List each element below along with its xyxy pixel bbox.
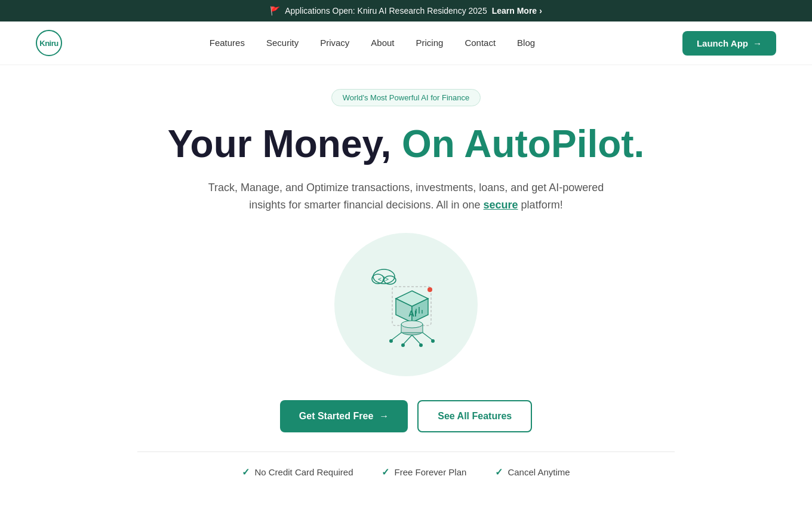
hero-title: Your Money, On AutoPilot. bbox=[168, 123, 645, 165]
logo[interactable]: Kniru bbox=[36, 30, 62, 56]
svg-text:AI: AI bbox=[408, 309, 417, 318]
get-started-label: Get Started Free bbox=[299, 411, 373, 422]
hero-title-part1: Your Money, bbox=[168, 122, 402, 165]
trust-label-cancel: Cancel Anytime bbox=[508, 467, 570, 477]
see-features-label: See All Features bbox=[438, 411, 512, 421]
nav-item-privacy[interactable]: Privacy bbox=[320, 38, 349, 48]
get-started-button[interactable]: Get Started Free → bbox=[280, 400, 408, 432]
check-icon-cancel: ✓ bbox=[495, 466, 503, 478]
svg-line-17 bbox=[403, 335, 412, 345]
trust-item-cancel: ✓ Cancel Anytime bbox=[495, 466, 570, 478]
nav-link-contact[interactable]: Contact bbox=[465, 38, 496, 48]
check-icon-no-card: ✓ bbox=[242, 466, 250, 478]
trust-item-no-card: ✓ No Credit Card Required bbox=[242, 466, 353, 478]
launch-app-button[interactable]: Launch App → bbox=[682, 31, 776, 56]
svg-text:</>: </> bbox=[378, 276, 389, 282]
svg-point-12 bbox=[427, 287, 432, 292]
hero-title-accent: On AutoPilot. bbox=[402, 122, 644, 165]
secure-link[interactable]: secure bbox=[484, 199, 518, 211]
svg-point-22 bbox=[419, 343, 423, 347]
trust-item-free-plan: ✓ Free Forever Plan bbox=[382, 466, 466, 478]
hero-section: World's Most Powerful AI for Finance You… bbox=[0, 65, 812, 490]
svg-point-21 bbox=[401, 343, 405, 347]
nav-item-about[interactable]: About bbox=[371, 38, 394, 48]
banner-arrow-icon: › bbox=[539, 6, 542, 16]
banner-text: Applications Open: Kniru AI Research Res… bbox=[285, 6, 487, 16]
svg-point-20 bbox=[389, 339, 393, 343]
svg-point-23 bbox=[431, 339, 435, 343]
nav-link-features[interactable]: Features bbox=[210, 38, 245, 48]
banner-link[interactable]: Learn More › bbox=[492, 6, 542, 16]
get-started-arrow-icon: → bbox=[379, 411, 389, 422]
ai-svg: </> AI bbox=[355, 254, 457, 355]
nav-links: Features Security Privacy About Pricing … bbox=[210, 38, 535, 48]
trust-badges: ✓ No Credit Card Required ✓ Free Forever… bbox=[242, 466, 570, 478]
top-banner: 🚩 Applications Open: Kniru AI Research R… bbox=[0, 0, 812, 21]
logo-circle: Kniru bbox=[36, 30, 62, 56]
see-features-button[interactable]: See All Features bbox=[417, 400, 532, 432]
nav-link-about[interactable]: About bbox=[371, 38, 394, 48]
hero-subtitle: Track, Manage, and Optimize transactions… bbox=[203, 179, 609, 214]
nav-link-privacy[interactable]: Privacy bbox=[320, 38, 349, 48]
divider bbox=[137, 451, 675, 452]
banner-emoji: 🚩 bbox=[270, 6, 280, 16]
svg-point-15 bbox=[401, 321, 423, 328]
nav-item-security[interactable]: Security bbox=[266, 38, 299, 48]
cta-buttons: Get Started Free → See All Features bbox=[280, 400, 532, 432]
nav-link-security[interactable]: Security bbox=[266, 38, 299, 48]
ai-illustration: </> AI bbox=[334, 233, 478, 376]
nav-item-pricing[interactable]: Pricing bbox=[416, 38, 444, 48]
nav-item-features[interactable]: Features bbox=[210, 38, 245, 48]
nav-item-contact[interactable]: Contact bbox=[465, 38, 496, 48]
launch-arrow-icon: → bbox=[753, 38, 762, 48]
svg-line-16 bbox=[391, 333, 401, 340]
navbar: Kniru Features Security Privacy About Pr… bbox=[0, 21, 812, 65]
nav-item-blog[interactable]: Blog bbox=[517, 38, 535, 48]
nav-link-pricing[interactable]: Pricing bbox=[416, 38, 444, 48]
trust-label-no-card: No Credit Card Required bbox=[254, 467, 353, 477]
check-icon-free-plan: ✓ bbox=[382, 466, 389, 478]
trust-label-free-plan: Free Forever Plan bbox=[394, 467, 466, 477]
hero-subtitle-end: platform! bbox=[521, 199, 563, 211]
svg-line-18 bbox=[412, 335, 421, 345]
svg-line-19 bbox=[423, 333, 433, 340]
nav-link-blog[interactable]: Blog bbox=[517, 38, 535, 48]
hero-badge: World's Most Powerful AI for Finance bbox=[331, 89, 481, 106]
